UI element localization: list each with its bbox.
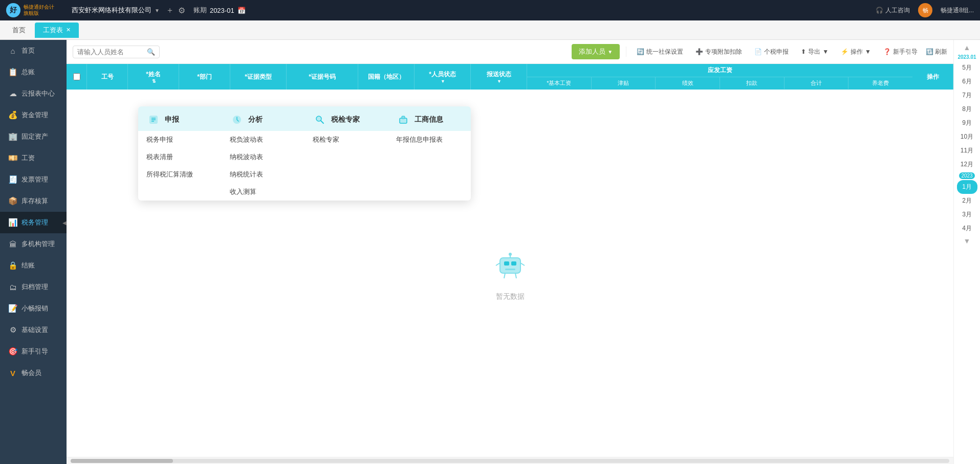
multi-org-icon: 🏛 xyxy=(8,240,17,249)
sidebar-tax-label: 税务管理 xyxy=(21,218,48,227)
th-report-status-label: 报送状态 xyxy=(487,70,511,79)
sidebar-item-basic[interactable]: ⚙ 基础设置 xyxy=(0,319,67,341)
date-month-4[interactable]: 4月 xyxy=(957,222,977,235)
date-nav-up[interactable]: ▲ xyxy=(960,42,974,53)
dp-section-analysis: 分析 税负波动表 纳税波动表 纳税统计表 收入测算 xyxy=(222,106,305,201)
operations-btn[interactable]: ⚡ 操作 ▼ xyxy=(837,46,875,58)
header-right: 🎧 人工咨询 畅 畅捷通8组... xyxy=(876,3,974,17)
mini-report-icon: 📝 xyxy=(8,304,17,313)
sidebar-item-ledger[interactable]: 📋 总账 xyxy=(0,61,67,83)
dp-item-income-tax-settle[interactable]: 所得税汇算清缴 xyxy=(138,166,222,183)
scroll-thumb[interactable] xyxy=(71,459,173,463)
tab-salary[interactable]: 工资表 ✕ xyxy=(35,23,79,38)
th-cert-no-label: *证据号码 xyxy=(309,73,336,81)
empty-illustration xyxy=(490,245,531,286)
date-month-6[interactable]: 6月 xyxy=(957,75,977,89)
ledger-icon: 📋 xyxy=(8,68,17,77)
sidebar-item-salary[interactable]: 💴 工资 xyxy=(0,147,67,169)
date-month-2[interactable]: 2月 xyxy=(957,194,977,208)
tab-close-icon[interactable]: ✕ xyxy=(66,27,71,33)
sidebar-item-home[interactable]: ⌂ 首页 xyxy=(0,40,67,61)
dp-item-tax-expert[interactable]: 税检专家 xyxy=(304,131,388,148)
sidebar-item-archive[interactable]: 🗂 归档管理 xyxy=(0,276,67,298)
sidebar-item-invoice[interactable]: 🧾 发票管理 xyxy=(0,169,67,190)
scroll-track[interactable] xyxy=(71,459,949,463)
dp-declaration-title: 申报 xyxy=(165,115,179,124)
add-person-button[interactable]: 添加人员 ▼ xyxy=(572,44,620,59)
svg-line-9 xyxy=(515,273,516,278)
add-icon[interactable]: ＋ xyxy=(166,5,174,16)
refresh-btn[interactable]: 🔃 刷新 xyxy=(926,48,947,56)
settings-icon[interactable]: ⚙ xyxy=(178,6,185,15)
th-report-filter-icon[interactable]: ▼ xyxy=(497,79,502,84)
sidebar-item-fund[interactable]: 💰 资金管理 xyxy=(0,104,67,126)
company-dropdown-arrow[interactable]: ▼ xyxy=(155,8,160,13)
search-input-wrap[interactable]: 🔍 xyxy=(73,46,160,58)
th-report-status[interactable]: 报送状态 ▼ xyxy=(471,64,527,90)
sidebar-item-inventory[interactable]: 📦 库存核算 xyxy=(0,190,67,212)
dp-item-tax-schedule[interactable]: 税表清册 xyxy=(138,148,222,166)
th-status[interactable]: *人员状态 ▼ xyxy=(415,64,471,90)
date-month-1[interactable]: 1月 xyxy=(957,180,977,194)
special-deduction-btn[interactable]: ➕ 专项附加扣除 xyxy=(691,46,746,58)
dp-tax-expert-icon xyxy=(313,113,327,127)
archive-icon: 🗂 xyxy=(8,283,17,292)
dp-item-income-estimate[interactable]: 收入测算 xyxy=(222,183,305,201)
dp-item-tax-burden[interactable]: 税负波动表 xyxy=(222,131,305,148)
dp-tax-expert-title: 税检专家 xyxy=(331,115,360,124)
social-insurance-btn[interactable]: 🔄 统一社保设置 xyxy=(633,46,687,58)
search-input[interactable] xyxy=(77,48,144,56)
dp-header-analysis: 分析 xyxy=(222,106,305,131)
user-name[interactable]: 畅捷通8组... xyxy=(941,6,974,15)
sidebar-vip-label: 畅会员 xyxy=(21,368,41,378)
date-month-8[interactable]: 8月 xyxy=(957,102,977,116)
th-status-filter-icon[interactable]: ▼ xyxy=(441,79,445,84)
date-month-10[interactable]: 10月 xyxy=(957,130,977,144)
sidebar-item-assets[interactable]: 🏢 固定资产 xyxy=(0,126,67,147)
sidebar-item-multi-org[interactable]: 🏛 多机构管理 xyxy=(0,233,67,255)
th-salary-sub-row: *基本工资 津贴 绩效 扣款 合计 养老费 xyxy=(527,77,912,89)
bottom-scroll[interactable] xyxy=(67,457,953,464)
dp-item-tax-declaration[interactable]: 税务申报 xyxy=(138,131,222,148)
fund-icon: 💰 xyxy=(8,111,17,120)
dp-header-tax-expert: 税检专家 xyxy=(304,106,388,131)
date-month-7[interactable]: 7月 xyxy=(957,89,977,102)
sidebar-item-guide[interactable]: 🎯 新手引导 xyxy=(0,341,67,362)
sidebar-item-vip[interactable]: V 畅会员 xyxy=(0,362,67,384)
date-nav-down[interactable]: ▼ xyxy=(960,235,974,247)
th-checkbox[interactable] xyxy=(67,64,87,90)
select-all-checkbox[interactable] xyxy=(73,73,80,80)
date-month-3[interactable]: 3月 xyxy=(957,208,977,222)
user-avatar: 畅 xyxy=(918,3,932,17)
search-icon[interactable]: 🔍 xyxy=(147,48,155,56)
tab-home[interactable]: 首页 xyxy=(4,23,34,38)
sidebar-multi-org-label: 多机构管理 xyxy=(21,239,55,249)
export-btn[interactable]: ⬆ 导出 ▼ xyxy=(797,46,833,58)
sidebar-item-cloud-report[interactable]: ☁ 云报表中心 xyxy=(0,83,67,104)
calendar-icon[interactable]: 📅 xyxy=(237,7,246,14)
tax-declaration-btn[interactable]: 📄 个税申报 xyxy=(750,46,793,58)
cloud-icon: ☁ xyxy=(8,89,17,98)
customer-service-btn[interactable]: 🎧 人工咨询 xyxy=(876,6,910,15)
company-selector[interactable]: 西安虾米网络科技有限公司 ▼ xyxy=(72,6,160,15)
sidebar-collapse-icon: ◀ xyxy=(62,220,67,226)
top-header: 好 畅捷通好会计 旗舰版 西安虾米网络科技有限公司 ▼ ＋ ⚙ 账期 2023-… xyxy=(0,0,980,20)
dp-item-annual-report[interactable]: 年报信息申报表 xyxy=(388,131,471,148)
dp-header-business: 工商信息 xyxy=(388,106,471,131)
add-person-label: 添加人员 xyxy=(579,47,605,56)
sidebar-item-close[interactable]: 🔒 结账 xyxy=(0,255,67,276)
date-month-5[interactable]: 5月 xyxy=(957,61,977,75)
date-month-9[interactable]: 9月 xyxy=(957,116,977,130)
dp-item-tax-stats[interactable]: 纳税统计表 xyxy=(222,166,305,183)
sidebar-home-label: 首页 xyxy=(21,46,35,55)
guide-btn[interactable]: ❓ 新手引导 xyxy=(879,46,922,58)
dp-item-tax-fluctuation[interactable]: 纳税波动表 xyxy=(222,148,305,166)
date-month-11[interactable]: 11月 xyxy=(957,144,977,158)
date-month-12[interactable]: 12月 xyxy=(957,158,977,171)
sidebar-item-tax[interactable]: 📊 税务管理 ◀ xyxy=(0,212,67,233)
th-name[interactable]: *姓名 ⇅ xyxy=(128,64,179,90)
tab-salary-label: 工资表 xyxy=(43,26,63,35)
headset-icon: 🎧 xyxy=(876,7,883,14)
sidebar-item-mini-report[interactable]: 📝 小畅报销 xyxy=(0,298,67,319)
th-employee-id-label: 工号 xyxy=(101,73,114,81)
